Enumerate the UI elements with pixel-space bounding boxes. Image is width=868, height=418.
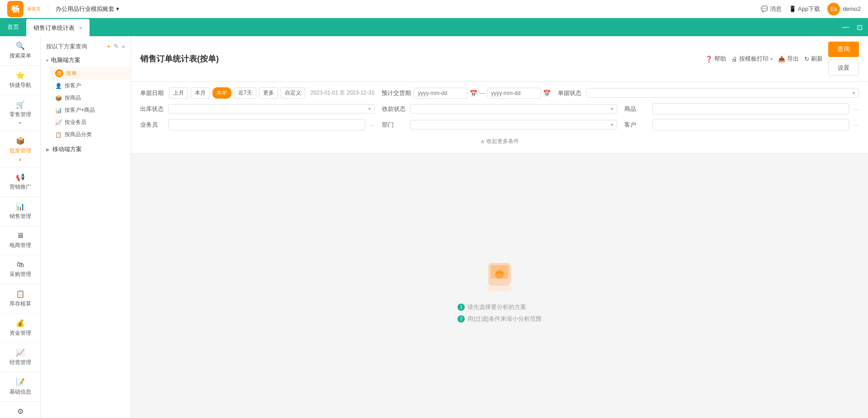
collapse-filter-btn[interactable]: ∧ 收起更多条件 [140,135,859,148]
sidebar-item-sales[interactable]: 📊 销售管理 [0,197,40,226]
minimize-btn[interactable]: — [840,21,851,33]
topbar-divider [48,5,48,14]
customer-more-icon[interactable]: ··· [854,121,859,128]
content-area: 按以下方案查询 + ✎ « ▾ 电脑端方案 按 按单 👤 按客户 [41,36,868,418]
chevron-down-icon: ▾ [19,120,21,125]
payment-dropdown-icon: ▾ [611,106,613,111]
expected-date-start[interactable] [414,88,468,99]
help-btn[interactable]: ❓ 帮助 [705,55,726,63]
page-title: 销售订单统计表(按单) [140,53,219,64]
sales-icon: 📊 [16,202,25,211]
topbar: 畅 标签页 办公用品行业模拟账套 ▾ 💬 消息 📱 App下载 Ea demo2 [0,0,868,18]
tree-pc-section[interactable]: ▾ 电脑端方案 [41,53,131,67]
date-btn-group: 上月 本月 本年 近7天 更多 自定义 [169,87,305,99]
user-info[interactable]: Ea demo2 [827,3,861,15]
customer-input[interactable] [652,119,849,130]
sidebar-item-finance[interactable]: 💰 资金管理 [0,314,40,343]
add-scheme-btn[interactable]: + [107,43,111,51]
industry-selector[interactable]: 办公用品行业模拟账套 ▾ [56,5,119,13]
tree-item-by-customer-product[interactable]: 📊 按客户+商品 [50,104,131,116]
cal-icon-end[interactable]: 📅 [543,90,551,97]
message-btn[interactable]: 💬 消息 [761,5,782,13]
tree-item-by-order[interactable]: 按 按单 [50,67,131,80]
date-btn-custom[interactable]: 自定义 [281,87,305,99]
star-icon: ⭐ [16,71,25,80]
salesperson-input[interactable] [168,119,365,130]
product-input[interactable] [652,103,849,114]
delivery-label: 出库状态 [140,105,165,113]
tab-active[interactable]: 销售订单统计表 × [26,19,90,37]
customer-filter-group: 客户 ··· [624,119,859,130]
sidebar-item-purchase[interactable]: 🛍 采购管理 [0,255,40,284]
selected-indicator: 按 [55,69,63,77]
tree-item-by-product[interactable]: 📦 按商品 [50,92,131,104]
collapse-panel-btn[interactable]: « [122,43,125,51]
tree-item-by-salesperson[interactable]: 📈 按业务员 [50,116,131,128]
refresh-icon: ↻ [804,56,809,62]
left-panel-actions: + ✎ « [107,43,125,51]
tree-item-by-category[interactable]: 📋 按商品分类 [50,128,131,141]
tab-close-icon[interactable]: × [79,25,82,31]
tree-item-by-customer[interactable]: 👤 按客户 [50,80,131,92]
sidebar-item-quick-nav[interactable]: ⭐ 快捷导航 [0,66,40,95]
delivery-select[interactable]: ▾ [168,104,375,114]
left-panel-title: 按以下方案查询 [46,43,87,51]
tree-mobile-section[interactable]: ▶ 移动端方案 [41,142,131,156]
tab-home[interactable]: 首页 [0,18,26,36]
basic-icon: 📝 [16,378,25,386]
department-filter-group: 部门 ▾ [382,120,617,129]
cal-icon-start[interactable]: 📅 [470,90,477,97]
tabbar-actions: — ⊡ [840,21,868,33]
product-filter-group: 商品 ··· [624,103,859,114]
print-btn[interactable]: 🖨 按模板打印 ▾ [731,55,773,63]
inventory-icon: 📋 [16,290,25,298]
system-icon: ⚙ [17,407,24,416]
query-btn[interactable]: 查询 [828,42,859,57]
sidebar-item-wholesale[interactable]: 📦 批发管理 ▴ [0,131,40,167]
tree-mobile-expand-icon: ▶ [46,147,50,152]
status-dropdown-icon: ▾ [853,90,855,95]
status-filter-group: 单据状态 ▾ [558,88,859,98]
payment-select[interactable]: ▾ [410,104,617,114]
salesperson-more-icon[interactable]: ··· [370,121,375,128]
date-btn-this-year[interactable]: 本年 [212,87,231,99]
product-more-icon[interactable]: ··· [854,105,859,113]
filter-row-1: 单据日期 上月 本月 本年 近7天 更多 自定义 2023-01-01 至 20… [140,87,859,99]
customer-label: 客户 [624,121,650,129]
date-btn-last-month[interactable]: 上月 [169,87,188,99]
collapse-up-icon: ∧ [481,138,485,145]
refresh-btn[interactable]: ↻ 刷新 [804,55,823,63]
main-layout: 🔍 搜索菜单 ⭐ 快捷导航 🛒 零售管理 ▾ 📦 批发管理 ▴ 📢 营销推广 📊… [0,36,868,418]
left-panel: 按以下方案查询 + ✎ « ▾ 电脑端方案 按 按单 👤 按客户 [41,36,131,418]
finance-icon: 💰 [16,319,25,328]
app-download-btn[interactable]: 📱 App下载 [789,5,820,13]
app-subtitle: 标签页 [27,6,41,12]
sidebar-item-ecommerce[interactable]: 🖥 电商管理 [0,226,40,255]
page-header: 销售订单统计表(按单) ❓ 帮助 🖨 按模板打印 ▾ 📤 导出 [131,36,868,82]
sidebar-item-system[interactable]: ⚙ 系统管理 [0,402,40,418]
chevron-up-icon: ▴ [19,157,21,162]
settings-btn[interactable]: 设置 [828,60,859,76]
sidebar-item-operations[interactable]: 📈 经营管理 [0,343,40,372]
status-select[interactable]: ▾ [586,88,859,98]
sidebar-item-marketing[interactable]: 📢 营销推广 [0,167,40,197]
date-btn-this-month[interactable]: 本月 [191,87,210,99]
edit-scheme-btn[interactable]: ✎ [113,43,119,51]
sidebar-item-search[interactable]: 🔍 搜索菜单 [0,36,40,66]
help-icon: ❓ [705,56,712,62]
empty-state: 1 请先选择要分析的方案 2 用[过滤]条件来缩小分析范围 [131,154,868,418]
date-btn-7days[interactable]: 近7天 [234,87,256,99]
payment-filter-group: 收款状态 ▾ [382,104,617,114]
purchase-icon: 🛍 [17,261,24,269]
maximize-btn[interactable]: ⊡ [855,21,864,33]
export-btn[interactable]: 📤 导出 [778,55,799,63]
date-btn-more[interactable]: 更多 [259,87,278,99]
expected-date-inputs: 📅 — 📅 [414,88,551,99]
expected-date-end[interactable] [487,88,541,99]
department-select[interactable]: ▾ [410,120,617,129]
left-panel-header: 按以下方案查询 + ✎ « [41,40,131,53]
sidebar-item-inventory[interactable]: 📋 库存核算 [0,284,40,314]
sidebar-item-basic[interactable]: 📝 基础信息 [0,372,40,402]
avatar: Ea [827,3,840,15]
sidebar-item-retail[interactable]: 🛒 零售管理 ▾ [0,95,40,131]
